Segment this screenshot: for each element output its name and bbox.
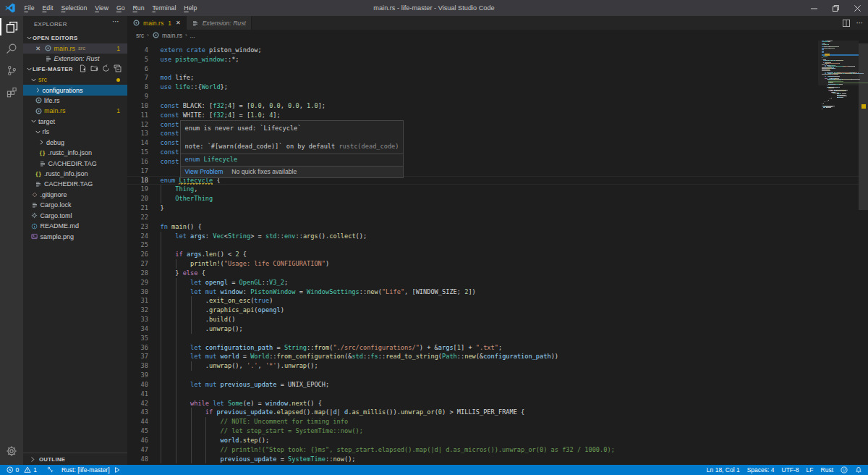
tab-main-rs[interactable]: main.rs1✕ [127,16,187,30]
folder-section-header[interactable]: LIFE-MASTER [23,64,127,75]
tree-item--gitignore[interactable]: .gitignore [23,190,127,200]
tab-extension-rust[interactable]: Extension: Rust [187,16,252,30]
tree-item-readme-md[interactable]: README.md [23,221,127,231]
language-server-status[interactable]: Rust: [life-master] [58,465,124,475]
close-window-icon[interactable] [846,0,868,16]
breadcrumb--[interactable]: ... [190,32,195,39]
minimap[interactable] [822,41,859,465]
more-actions-icon[interactable]: ⋯ [856,16,864,30]
hover-note: note: `#[warn(dead_code)]` on by default… [185,142,399,151]
menu-edit[interactable]: Edit [38,0,57,16]
collapse-all-icon[interactable] [114,64,122,72]
activity-explorer-icon[interactable] [0,16,23,38]
smiley-feedback-icon[interactable] [837,465,851,475]
code-line-38: .unwrap(), '.', '*').unwrap(); [161,361,318,371]
tree-item-cachedir-tag[interactable]: CACHEDIR.TAG [23,179,127,189]
tree-item-cargo-lock[interactable]: Cargo.lock [23,200,127,210]
code-line-14: const [161,138,179,148]
chevron-right-icon [38,140,45,145]
problems-indicator[interactable]: 0 1 [7,465,41,475]
tree-item-sample-png[interactable]: sample.png [23,231,127,241]
code-line-43: if previous_update.elapsed().map(|d| d.a… [161,408,525,417]
line-number: 37 [127,352,148,361]
breadcrumb-src[interactable]: src [136,32,144,39]
hover-message: enum is never used: `Lifecycle` [185,124,399,133]
vscode-logo-icon[interactable] [0,3,20,13]
activity-extensions-icon[interactable] [0,81,23,103]
breadcrumb-separator: › [147,32,149,38]
line-number: 5 [127,55,148,64]
line-number: 28 [127,269,148,278]
code-line-46: world.step(); [161,436,270,445]
line-number: 47 [127,445,148,455]
rust-file-icon [44,45,52,52]
minimap-slider[interactable] [818,41,859,85]
status-encoding[interactable]: UTF-8 [778,465,803,475]
error-count: 0 [16,466,20,474]
menu-help[interactable]: Help [180,0,201,16]
notifications-bell-icon[interactable] [851,465,862,475]
status-cursor-position[interactable]: Ln 18, Col 1 [703,465,744,475]
tree-item--rustc-info-json[interactable]: {}.rustc_info.json [23,169,127,179]
tree-item-main-rs[interactable]: main.rs1 [23,106,127,116]
open-editor-main-rs[interactable]: ✕main.rssrc1 [23,43,127,54]
outline-section-header[interactable]: OUTLINE [23,453,127,465]
close-tab-icon[interactable]: ✕ [176,20,181,26]
open-editor-extension-rust[interactable]: Extension: Rust [23,54,127,64]
menu-terminal[interactable]: Terminal [148,0,180,16]
close-editor-icon[interactable]: ✕ [35,45,41,52]
line-number: 31 [127,296,148,306]
json-file-icon: {} [35,170,43,177]
info-file-icon [30,222,38,230]
code-line-36: let configuration_path = String::from(".… [161,343,503,353]
line-number: 43 [127,408,148,417]
line-number: 19 [127,185,148,194]
minimize-icon[interactable] [803,0,825,16]
new-file-icon[interactable] [79,64,87,72]
window-controls [803,0,868,16]
tree-item-cargo-toml[interactable]: Cargo.toml [23,211,127,221]
breadcrumb-main-rs[interactable]: main.rs [152,32,182,39]
menu-view[interactable]: View [91,0,113,16]
tree-item-rls[interactable]: rls [23,127,127,137]
menu-selection[interactable]: Selection [57,0,91,16]
tree-item-src[interactable]: src [23,75,127,85]
chevron-down-icon [30,77,37,83]
restore-icon[interactable] [825,0,846,16]
tree-item-debug[interactable]: debug [23,138,127,148]
rls-status-icon[interactable] [43,465,58,475]
menu-go[interactable]: Go [112,0,129,16]
tree-item--rustc-info-json[interactable]: {}.rustc_info.json [23,148,127,158]
line-number: 23 [127,222,148,232]
activity-manage-icon[interactable] [0,440,23,462]
line-number: 39 [127,371,148,380]
tree-item-life-rs[interactable]: life.rs [23,96,127,106]
menu-run[interactable]: Run [129,0,148,16]
open-editors-header[interactable]: OPEN EDITORS [23,33,127,43]
explorer-more-actions-icon[interactable]: ⋯ [112,17,120,25]
menu-file[interactable]: File [20,0,38,16]
line-number: 10 [127,101,148,111]
split-editor-icon[interactable] [843,17,850,30]
code-line-40: let mut previous_update = UNIX_EPOCH; [161,380,330,390]
tree-item-configurations[interactable]: configurations [23,85,127,95]
code-editor[interactable]: 4extern crate piston_window;5use piston_… [127,41,868,465]
refresh-icon[interactable] [102,64,110,72]
chevron-down-icon [25,35,33,41]
chevron-down-icon [25,67,33,72]
tab-bar: main.rs1✕Extension: Rust [127,16,868,30]
new-folder-icon[interactable] [90,64,98,72]
activity-search-icon[interactable] [0,38,23,59]
status-language-mode[interactable]: Rust [817,465,837,475]
sidebar-title: EXPLORER [34,21,67,28]
tree-item-cachedir-tag[interactable]: CACHEDIR.TAG [23,158,127,168]
line-number: 32 [127,306,148,315]
activity-source-control-icon[interactable] [0,59,23,81]
view-problem-link[interactable]: View Problem [185,168,224,175]
tree-item-target[interactable]: target [23,117,127,127]
status-eol[interactable]: LF [803,465,817,475]
line-number: 36 [127,343,148,353]
line-number: 8 [127,83,148,92]
status-indentation[interactable]: Spaces: 4 [744,465,778,475]
line-number: 44 [127,417,148,426]
